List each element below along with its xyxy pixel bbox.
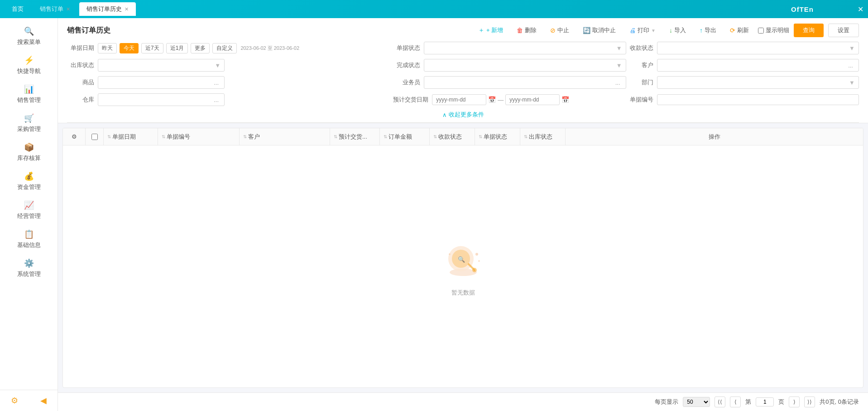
empty-state: 🔍 暂无数据 xyxy=(63,145,863,387)
product-label: 商品 xyxy=(67,78,94,87)
product-input[interactable] xyxy=(102,79,212,86)
sort-icon-no[interactable]: ⇅ xyxy=(162,134,165,139)
import-button[interactable]: ↓ 导入 xyxy=(665,24,691,36)
show-detail-input[interactable] xyxy=(758,28,764,34)
page-header: 销售订单历史 ＋ + 新增 🗑 删除 ⊘ 中止 🔄 xyxy=(58,18,868,123)
refresh-button[interactable]: ⟳ 刷新 xyxy=(725,24,753,36)
page-next-btn[interactable]: ⟩ xyxy=(789,396,800,407)
salesperson-ellipsis-btn[interactable]: ... xyxy=(614,79,622,86)
delivery-status-label: 出库状态 xyxy=(67,61,94,69)
order-status-label: 单据状态 xyxy=(393,44,420,52)
print-dropdown-icon[interactable]: ▼ xyxy=(651,28,656,33)
select-all-checkbox[interactable] xyxy=(91,134,98,140)
sidebar-item-system-mgmt[interactable]: ⚙️ 系统管理 xyxy=(0,254,58,283)
date-7days-btn[interactable]: 近7天 xyxy=(141,43,163,53)
sort-icon-date[interactable]: ⇅ xyxy=(107,134,111,139)
salesperson-group: 业务员 ... xyxy=(393,76,626,89)
sidebar-item-sales-mgmt[interactable]: 📊 销售管理 xyxy=(0,80,58,109)
sidebar-item-search-menu-label: 搜索菜单 xyxy=(17,38,41,46)
order-no-input[interactable] xyxy=(657,94,859,105)
delivery-end-cal-icon[interactable]: 📅 xyxy=(561,96,569,103)
window-close-btn[interactable]: ✕ xyxy=(858,5,863,14)
cancel-stop-button[interactable]: 🔄 取消中止 xyxy=(578,24,620,36)
export-button[interactable]: ↑ 导出 xyxy=(695,24,721,36)
sidebar-item-purchase-mgmt[interactable]: 🛒 采购管理 xyxy=(0,109,58,138)
sidebar-item-inventory-check[interactable]: 📦 库存核算 xyxy=(0,138,58,167)
delivery-status-select[interactable]: ▼ xyxy=(98,59,225,72)
delivery-status-group: 出库状态 ▼ xyxy=(67,59,393,72)
page-number-input[interactable] xyxy=(756,397,774,406)
svg-point-6 xyxy=(478,260,480,262)
collapse-up-icon: ∧ xyxy=(442,111,447,118)
sidebar-item-capital-mgmt[interactable]: 💰 资金管理 xyxy=(0,167,58,196)
warehouse-group: 仓库 ... xyxy=(67,93,393,106)
sidebar-item-quick-nav[interactable]: ⚡ 快捷导航 xyxy=(0,51,58,80)
th-delivery: ⇅ 预计交货... xyxy=(330,128,380,145)
date-today-btn[interactable]: 今天 xyxy=(120,43,139,53)
tab-sales-order-label: 销售订单 xyxy=(40,5,63,13)
sidebar-item-quick-nav-label: 快捷导航 xyxy=(17,67,41,75)
settings-icon: ⚙ xyxy=(72,133,77,140)
date-more-btn[interactable]: 更多 xyxy=(191,43,210,53)
tab-home[interactable]: 首页 xyxy=(5,2,31,16)
th-checkbox xyxy=(86,128,104,145)
warehouse-label: 仓库 xyxy=(67,96,94,104)
product-ellipsis-btn[interactable]: ... xyxy=(212,79,221,86)
complete-status-arrow: ▼ xyxy=(616,62,622,69)
date-filter-group: 单据日期 昨天 今天 近7天 近1月 更多 自定义 2023-06-02 至 2… xyxy=(67,43,393,53)
filter-area: 单据日期 昨天 今天 近7天 近1月 更多 自定义 2023-06-02 至 2… xyxy=(67,42,859,123)
page-prev-btn[interactable]: ⟨ xyxy=(730,396,741,407)
stop-button[interactable]: ⊘ 中止 xyxy=(546,24,574,36)
delivery-start-cal-icon[interactable]: 📅 xyxy=(488,96,496,103)
tab-sales-order-close[interactable]: ✕ xyxy=(66,6,70,12)
tab-sales-order[interactable]: 销售订单 ✕ xyxy=(33,2,77,16)
sort-icon-payment[interactable]: ⇅ xyxy=(433,134,437,139)
sidebar-collapse-btn[interactable]: ◀ xyxy=(40,396,47,406)
delete-button[interactable]: 🗑 删除 xyxy=(512,24,541,36)
payment-status-arrow: ▼ xyxy=(849,45,855,52)
query-button[interactable]: 查询 xyxy=(794,24,824,37)
setting-button[interactable]: 设置 xyxy=(828,24,859,37)
department-group: 部门 ▼ xyxy=(626,76,859,89)
department-select[interactable]: ▼ xyxy=(657,76,859,89)
top-bar-right: ✕ xyxy=(858,5,863,14)
date-1month-btn[interactable]: 近1月 xyxy=(166,43,188,53)
tab-sales-order-history[interactable]: 销售订单历史 ✕ xyxy=(79,2,136,16)
sort-icon-customer[interactable]: ⇅ xyxy=(243,134,247,139)
warehouse-input[interactable] xyxy=(102,97,212,103)
sidebar-item-basic-info[interactable]: 📋 基础信息 xyxy=(0,225,58,254)
sort-icon-amount[interactable]: ⇅ xyxy=(384,134,387,139)
page-size-select[interactable]: 50 10 20 100 xyxy=(683,397,710,407)
refresh-icon: ⟳ xyxy=(730,27,735,34)
print-label: 打印 xyxy=(638,26,649,34)
sort-icon-delivery-status[interactable]: ⇅ xyxy=(524,134,528,139)
customer-input[interactable] xyxy=(661,62,847,68)
collapse-row[interactable]: ∧ 收起更多条件 xyxy=(67,111,859,119)
th-settings[interactable]: ⚙ xyxy=(63,128,86,145)
order-status-select[interactable]: ▼ xyxy=(424,42,626,54)
sort-icon-order-status[interactable]: ⇅ xyxy=(479,134,482,139)
date-yesterday-btn[interactable]: 昨天 xyxy=(98,43,117,53)
sidebar-settings-btn[interactable]: ⚙ xyxy=(11,396,18,406)
total-text: 共0页, 0条记录 xyxy=(820,398,859,406)
sidebar-item-search-menu[interactable]: 🔍 搜索菜单 xyxy=(0,22,58,51)
print-button[interactable]: 🖨 打印 ▼ xyxy=(625,24,660,36)
page-last-btn[interactable]: ⟩⟩ xyxy=(804,396,815,407)
customer-ellipsis-btn[interactable]: ... xyxy=(846,62,855,69)
expected-delivery-group: 预计交货日期 📅 — 📅 xyxy=(393,94,626,105)
sidebar-item-operation-mgmt[interactable]: 📈 经营管理 xyxy=(0,196,58,225)
page-first-btn[interactable]: ⟨⟨ xyxy=(715,396,725,407)
date-custom-btn[interactable]: 自定义 xyxy=(212,43,237,53)
tab-sales-order-history-close[interactable]: ✕ xyxy=(125,6,129,12)
new-button[interactable]: ＋ + 新增 xyxy=(474,24,508,36)
delivery-end-input[interactable] xyxy=(505,94,560,105)
sidebar-item-system-mgmt-label: 系统管理 xyxy=(17,270,41,278)
sidebar-item-operation-mgmt-label: 经营管理 xyxy=(17,212,41,220)
salesperson-input[interactable] xyxy=(428,79,614,86)
payment-status-select[interactable]: ▼ xyxy=(657,42,859,54)
sort-icon-delivery[interactable]: ⇅ xyxy=(334,134,337,139)
warehouse-ellipsis-btn[interactable]: ... xyxy=(212,97,221,103)
show-detail-checkbox[interactable]: 显示明细 xyxy=(758,26,789,34)
complete-status-select[interactable]: ▼ xyxy=(424,59,626,72)
delivery-start-input[interactable] xyxy=(432,94,486,105)
